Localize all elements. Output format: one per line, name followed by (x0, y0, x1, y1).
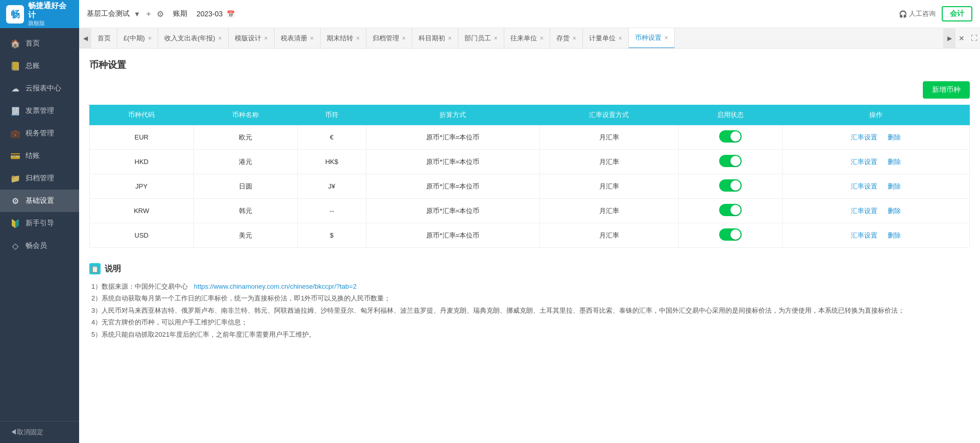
tab-dept[interactable]: 部门员工 × (458, 28, 504, 49)
tab-units2[interactable]: 计量单位 × (583, 28, 629, 49)
tab-units[interactable]: 往来单位 × (504, 28, 550, 49)
home-label: 首页 (26, 39, 40, 48)
page-title: 币种设置 (89, 59, 970, 71)
currency-code: KRW (90, 199, 194, 223)
sidebar-item-checkout[interactable]: 💳 结账 (0, 145, 79, 167)
rate-type: 月汇率 (540, 125, 678, 150)
currency-table: 币种代码币种名称币符折算方式汇率设置方式启用状态操作 EUR 欧元 € 原币*汇… (89, 105, 970, 248)
ledger-label: 总账 (26, 61, 40, 71)
table-row: JPY 日圆 J¥ 原币*汇率=本位币 月汇率 汇率设置 删除 (90, 174, 970, 199)
sidebar-item-tax[interactable]: 💼 税务管理 (0, 122, 79, 145)
add-tab-button[interactable]: ＋ (144, 9, 153, 19)
sidebar-footer-cancel[interactable]: ◀取消固定 (0, 421, 79, 443)
member-icon: ◇ (10, 241, 20, 251)
conversion-method: 原币*汇率=本位币 (366, 174, 540, 199)
settings-label: 基础设置 (26, 196, 54, 205)
toggle-KRW[interactable] (719, 204, 742, 216)
sidebar-item-archive[interactable]: 📁 归档管理 (0, 167, 79, 190)
tab-home[interactable]: 首页 (91, 28, 117, 49)
tab-close-income[interactable]: × (218, 35, 222, 42)
tab-label-dept: 部门员工 (464, 34, 491, 43)
rate-setting-link-USD[interactable]: 汇率设置 (851, 231, 877, 239)
header-right: 🎧 人工咨询 会计 (899, 6, 972, 21)
tab-close-currency[interactable]: × (665, 34, 668, 41)
tab-subjects[interactable]: 科目期初 × (412, 28, 458, 49)
sidebar-item-ledger[interactable]: 📒 总账 (0, 55, 79, 77)
delete-link-HKD[interactable]: 删除 (888, 158, 901, 166)
tab-close-inventory[interactable]: × (573, 35, 576, 42)
currency-name: 日圆 (193, 174, 298, 199)
top-actions: 新增币种 (89, 81, 970, 99)
delete-link-JPY[interactable]: 删除 (888, 182, 901, 190)
header-settings-icon[interactable]: ⚙ (157, 9, 164, 19)
period-value: 2023-03 (197, 10, 223, 18)
tab-income[interactable]: 收入支出表(年报) × (158, 28, 229, 49)
toggle-EUR[interactable] (719, 130, 742, 143)
currency-symbol: -- (298, 199, 366, 223)
sidebar-item-guide[interactable]: 🔰 新手引导 (0, 212, 79, 235)
sidebar-item-invoice[interactable]: 🧾 发票管理 (0, 100, 79, 122)
close-all-tabs-button[interactable]: ✕ (955, 28, 968, 49)
currency-code: JPY (90, 174, 194, 199)
tab-nav-left[interactable]: ◀ (79, 28, 91, 49)
tab-close-subjects[interactable]: × (448, 35, 452, 42)
rate-setting-link-EUR[interactable]: 汇率设置 (851, 133, 877, 141)
tab-close-dept[interactable]: × (494, 35, 498, 42)
tab-close-balance[interactable]: × (148, 35, 152, 42)
tab-period-end[interactable]: 期末结转 × (321, 28, 366, 49)
expand-icon[interactable]: ⛶ (968, 28, 980, 49)
notes-item: 1）数据来源：中国外汇交易中心 https://www.chinamoney.c… (89, 281, 970, 292)
sidebar-item-member[interactable]: ◇ 畅会员 (0, 235, 79, 257)
calendar-icon[interactable]: 📅 (227, 10, 235, 18)
company-name: 基层工会测试 (87, 9, 130, 18)
notes-item: 5）系统只能自动抓取2021年度后的汇率，之前年度汇率需要用户手工维护。 (89, 329, 970, 340)
tab-label-template: 模版设计 (235, 34, 261, 43)
sidebar-item-reports[interactable]: ☁ 云报表中心 (0, 77, 79, 100)
company-dropdown-icon[interactable]: ▼ (134, 10, 140, 18)
enabled-status (679, 174, 783, 199)
currency-code: USD (90, 223, 194, 248)
tab-close-archive[interactable]: × (402, 35, 406, 42)
sidebar: 畅 畅捷通好会计 旗舰版 🏠 首页 📒 总账 ☁ 云报表中心 🧾 发票管理 💼 … (0, 0, 79, 443)
invoice-label: 发票管理 (26, 106, 54, 115)
tab-close-template[interactable]: × (264, 35, 268, 42)
toggle-JPY[interactable] (719, 179, 742, 192)
rate-setting-link-HKD[interactable]: 汇率设置 (851, 158, 877, 166)
col-header: 启用状态 (679, 105, 783, 125)
notes-list: 1）数据来源：中国外汇交易中心 https://www.chinamoney.c… (89, 281, 970, 340)
rate-setting-link-KRW[interactable]: 汇率设置 (851, 207, 877, 215)
tab-close-units[interactable]: × (540, 35, 544, 42)
reports-icon: ☁ (10, 83, 20, 94)
tab-nav-right[interactable]: ▶ (943, 28, 955, 49)
tab-balance[interactable]: £(中期) × (117, 28, 158, 49)
delete-link-EUR[interactable]: 删除 (888, 133, 901, 141)
rate-setting-link-JPY[interactable]: 汇率设置 (851, 182, 877, 190)
sidebar-item-settings[interactable]: ⚙ 基础设置 (0, 190, 79, 212)
delete-link-USD[interactable]: 删除 (888, 231, 901, 239)
rate-type: 月汇率 (540, 223, 678, 248)
tab-label-currency: 币种设置 (635, 33, 662, 42)
toggle-HKD[interactable] (719, 155, 742, 167)
tab-close-period-end[interactable]: × (356, 35, 360, 42)
tab-currency[interactable]: 币种设置 × (629, 28, 675, 49)
toggle-USD[interactable] (719, 228, 742, 241)
tab-label-home: 首页 (97, 34, 111, 43)
tab-archive[interactable]: 归档管理 × (366, 28, 412, 49)
sidebar-item-home[interactable]: 🏠 首页 (0, 32, 79, 55)
new-currency-button[interactable]: 新增币种 (923, 81, 970, 99)
delete-link-KRW[interactable]: 删除 (888, 207, 901, 215)
account-button[interactable]: 会计 (942, 6, 972, 21)
service-button[interactable]: 🎧 人工咨询 (899, 9, 936, 18)
tab-close-units2[interactable]: × (619, 35, 622, 42)
tab-inventory[interactable]: 存货 × (550, 28, 583, 49)
col-header: 汇率设置方式 (540, 105, 678, 125)
tab-close-tax[interactable]: × (310, 35, 314, 42)
logo: 畅 畅捷通好会计 旗舰版 (0, 0, 79, 28)
conversion-method: 原币*汇率=本位币 (366, 125, 540, 150)
notes-item: 3）人民币对马来西亚林吉特、俄罗斯卢布、南非兰特、韩元、阿联酋迪拉姆、沙特里亚尔… (89, 305, 970, 316)
actions-cell: 汇率设置 删除 (782, 125, 969, 150)
tab-tax[interactable]: 税表清册 × (275, 28, 321, 49)
notes-link[interactable]: https://www.chinamoney.com.cn/chinese/bk… (194, 283, 357, 290)
currency-code: HKD (90, 150, 194, 174)
tab-template[interactable]: 模版设计 × (229, 28, 275, 49)
